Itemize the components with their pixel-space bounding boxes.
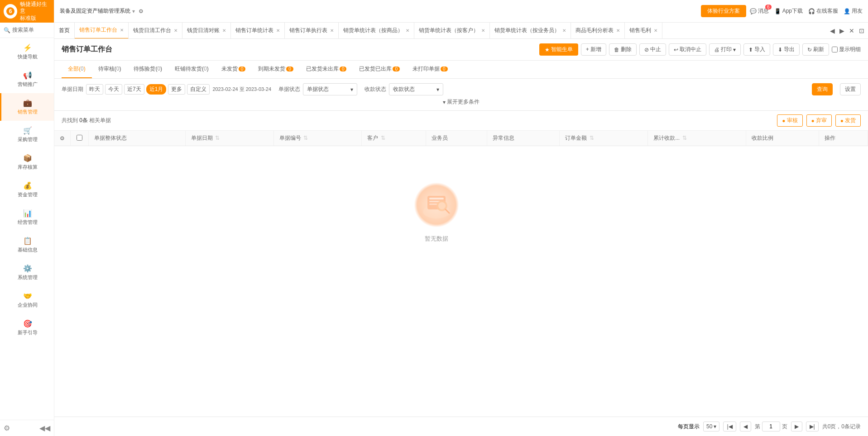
th-amount[interactable]: 订单金额 ⇅ (560, 131, 648, 146)
sidebar-item-purchase[interactable]: 🛒 采购管理 (0, 121, 54, 148)
sidebar-item-inventory[interactable]: 📦 库存核算 (0, 148, 54, 176)
select-all-checkbox[interactable] (77, 135, 82, 141)
message-action[interactable]: 💬 消息 6 (750, 7, 769, 15)
filter-row-main: 单据日期 昨天 今天 近7天 近1月 更多 自定义 2023-02-24 至 2… (62, 83, 861, 95)
payment-select[interactable]: 收款状态 ▾ (389, 83, 443, 95)
subtab-unshipped[interactable]: 未发货0 (215, 61, 252, 78)
tab-sales-workbench[interactable]: 销售订单工作台 ✕ (75, 23, 129, 39)
tab-close-sales-stat[interactable]: ✕ (276, 28, 280, 33)
tab-next-icon[interactable]: ▶ (838, 26, 846, 35)
subtab-shop-pending-ship[interactable]: 旺铺待发货(0) (168, 61, 215, 78)
add-button[interactable]: + 新增 (581, 43, 606, 56)
expand-more-btn[interactable]: ▾ 展开更多条件 (443, 98, 480, 106)
next-page-button[interactable]: ▶ (791, 422, 802, 431)
industry-solution-button[interactable]: 体验行业方案 (701, 5, 746, 17)
page-info: 第 页 (755, 422, 787, 431)
th-number[interactable]: 单据编号 ⇅ (273, 131, 362, 146)
smart-generate-button[interactable]: ★ 智能生单 (539, 43, 578, 56)
import-icon: ⬆ (748, 47, 753, 53)
user-action[interactable]: 👤 用友 (844, 7, 863, 15)
subtab-overdue-unshipped[interactable]: 到期未发货0 (252, 61, 300, 78)
date-btn-7days[interactable]: 近7天 (124, 84, 144, 95)
tab-close-sales-goods[interactable]: ✕ (406, 28, 409, 33)
tab-close-sales-exec[interactable]: ✕ (330, 28, 334, 33)
subtab-pending-check[interactable]: 待拣验货(0) (127, 61, 168, 78)
th-settings[interactable]: ⚙ (54, 131, 71, 146)
export-button[interactable]: ⬇ 导出 (773, 43, 800, 56)
system-title: 装备及固定资产辅助管理系统 ▾ ⚙ (60, 7, 697, 15)
tab-sales-stat[interactable]: 销售订单统计表 ✕ (231, 23, 285, 39)
tab-close-daily-clear[interactable]: ✕ (174, 28, 177, 33)
show-detail-input[interactable] (832, 47, 838, 52)
tab-close-sales-staff[interactable]: ✕ (562, 28, 566, 33)
date-btn-custom[interactable]: 自定义 (187, 84, 210, 95)
sidebar-item-enterprise[interactable]: 🤝 企业协同 (0, 286, 54, 314)
settings-bottom-icon[interactable]: ⚙ (4, 424, 10, 432)
th-customer[interactable]: 客户 ⇅ (362, 131, 426, 146)
sidebar-item-quick-nav[interactable]: ⚡ 快捷导航 (0, 38, 54, 66)
ship-button[interactable]: ● 发货 (835, 114, 861, 127)
subtab-shipped-out[interactable]: 已发货已出库0 (353, 61, 406, 78)
delete-button[interactable]: 🗑 删除 (609, 43, 637, 56)
show-detail-checkbox[interactable]: 显示明细 (832, 46, 861, 53)
tab-sales-staff[interactable]: 销货单统计表（按业务员） ✕ (490, 23, 571, 39)
date-btn-1month[interactable]: 近1月 (146, 84, 167, 95)
query-button[interactable]: 查询 (812, 83, 833, 95)
stop-button[interactable]: ⊘ 中止 (639, 43, 666, 56)
settings-filter-button[interactable]: 设置 (840, 83, 861, 95)
svg-text:6: 6 (9, 8, 12, 14)
subtab-shipped-not-out[interactable]: 已发货未出库0 (300, 61, 353, 78)
tab-close-sales-customer[interactable]: ✕ (481, 28, 485, 33)
tab-sales-goods[interactable]: 销货单统计表（按商品） ✕ (339, 23, 414, 39)
tab-gross-profit[interactable]: 商品毛利分析表 ✕ (571, 23, 625, 39)
online-service-action[interactable]: 🎧 在线客服 (808, 7, 838, 15)
cancel-review-button[interactable]: ● 弃审 (806, 114, 832, 127)
refresh-button[interactable]: ↻ 刷新 (802, 43, 829, 56)
sidebar-item-management[interactable]: 📊 经营管理 (0, 204, 54, 231)
import-button[interactable]: ⬆ 导入 (743, 43, 770, 56)
th-cumulative[interactable]: 累计收款... ⇅ (648, 131, 746, 146)
subtab-pending-review[interactable]: 待审核(0) (92, 61, 128, 78)
app-download-action[interactable]: 📱 App下载 (774, 7, 803, 15)
tab-daily-clear[interactable]: 钱货日清工作台 ✕ (129, 23, 182, 39)
print-button[interactable]: 🖨 打印 ▾ (709, 43, 741, 56)
settings-icon[interactable]: ⚙ (139, 8, 144, 14)
tab-sales-profit[interactable]: 销售毛利 ✕ (625, 23, 662, 39)
sidebar-item-sales[interactable]: 💼 销售管理 (0, 93, 54, 121)
date-btn-more[interactable]: 更多 (168, 84, 185, 95)
enterprise-icon: 🤝 (23, 292, 32, 300)
tab-prev-icon[interactable]: ◀ (828, 26, 837, 35)
per-page-select[interactable]: 50 ▾ (703, 422, 719, 431)
first-page-button[interactable]: |◀ (723, 422, 736, 431)
sidebar-item-finance[interactable]: 💰 资金管理 (0, 176, 54, 204)
tab-sales-customer[interactable]: 销货单统计表（按客户） ✕ (414, 23, 490, 39)
dropdown-icon[interactable]: ▾ (132, 8, 135, 14)
review-button[interactable]: ● 审核 (777, 114, 802, 127)
last-page-button[interactable]: ▶| (806, 422, 819, 431)
sidebar-item-marketing[interactable]: 📢 营销推广 (0, 66, 54, 93)
cancel-stop-button[interactable]: ↩ 取消中止 (669, 43, 706, 56)
prev-page-button[interactable]: ◀ (740, 422, 751, 431)
th-checkbox[interactable] (71, 131, 89, 146)
tab-reconcile[interactable]: 钱货日清对账 ✕ (182, 23, 231, 39)
tab-close-all-icon[interactable]: ✕ (847, 26, 856, 35)
th-date[interactable]: 单据日期 ⇅ (185, 131, 273, 146)
sidebar-item-basicinfo[interactable]: 📋 基础信息 (0, 231, 54, 259)
sidebar-item-guide[interactable]: 🎯 新手引导 (0, 314, 54, 341)
collapse-icon[interactable]: ◀◀ (39, 424, 50, 432)
tab-close-sales[interactable]: ✕ (120, 28, 124, 33)
page-number-input[interactable] (762, 422, 780, 431)
status-select[interactable]: 单据状态 ▾ (303, 83, 357, 95)
sidebar-item-system[interactable]: ⚙️ 系统管理 (0, 259, 54, 286)
date-btn-yesterday[interactable]: 昨天 (86, 84, 103, 95)
tab-expand-icon[interactable]: ⊡ (857, 26, 866, 35)
date-btn-today[interactable]: 今天 (105, 84, 122, 95)
sidebar-search[interactable]: 🔍 搜索菜单 (0, 23, 54, 38)
subtab-unprinted[interactable]: 未打印单据0 (406, 61, 454, 78)
tab-close-sales-profit[interactable]: ✕ (654, 28, 657, 33)
tab-close-reconcile[interactable]: ✕ (222, 28, 226, 33)
tab-home[interactable]: 首页 (54, 23, 75, 39)
subtab-all[interactable]: 全部(0) (62, 61, 92, 78)
tab-sales-exec[interactable]: 销售订单执行表 ✕ (285, 23, 339, 39)
tab-close-gross-profit[interactable]: ✕ (616, 28, 620, 33)
